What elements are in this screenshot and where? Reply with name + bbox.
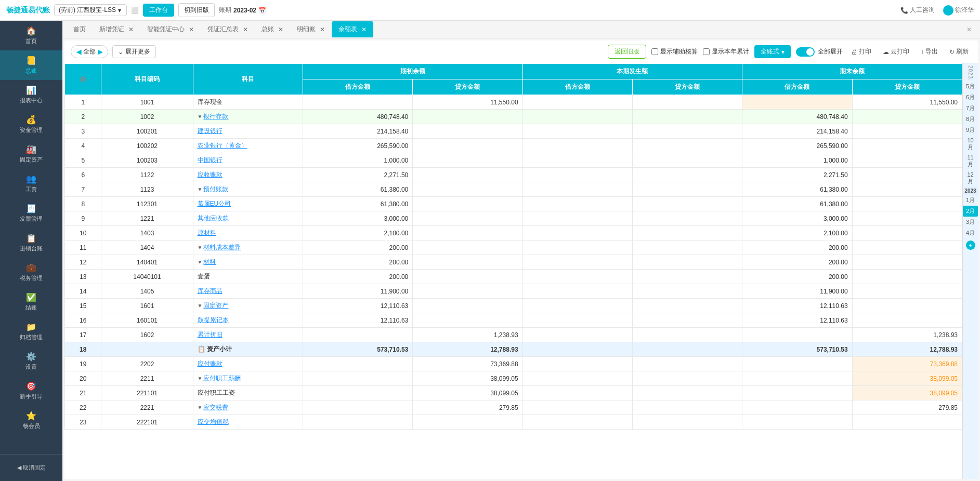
tab-detail-close[interactable]: ✕ (320, 26, 325, 33)
show-aux-input[interactable] (651, 48, 658, 55)
sidebar-item-salary[interactable]: 👥 工资 (0, 169, 62, 198)
row-name[interactable]: ▼应交税费 (193, 400, 303, 415)
month-3[interactable]: 3月 (963, 217, 978, 228)
sidebar-item-closing[interactable]: ✅ 结账 (0, 287, 62, 317)
row-name[interactable]: 应付账款 (193, 357, 303, 371)
settings-icon: ⚙️ (26, 352, 36, 362)
switch-version-button[interactable]: 切到旧版 (178, 3, 215, 17)
row-number: 10 (65, 226, 101, 240)
row-name[interactable]: 原材料 (193, 226, 303, 240)
month-10[interactable]: 10月 (963, 136, 978, 153)
row-name[interactable]: 慕属EU公司 (193, 197, 303, 211)
expand-more-button[interactable]: ⌄ 展开更多 (112, 45, 156, 58)
sidebar-item-funds[interactable]: 💰 资金管理 (0, 110, 62, 139)
sidebar-item-ledger[interactable]: 📒 总账 (0, 50, 62, 80)
row-name[interactable]: 库存商品 (193, 284, 303, 299)
tab-new-voucher-close[interactable]: ✕ (128, 26, 134, 33)
tab-voucher-summary[interactable]: 凭证汇总表 ✕ (201, 21, 255, 37)
sidebar-item-report[interactable]: 📊 报表中心 (0, 80, 62, 110)
sidebar-item-home[interactable]: 🏠 首页 (0, 21, 62, 50)
style-button[interactable]: 全账式 ▾ (754, 45, 791, 58)
month-9[interactable]: 9月 (963, 125, 978, 136)
toolbar-right: 返回旧版 显示辅助核算 显示本年累计 全账式 ▾ (608, 45, 972, 59)
purchase-icon: 📋 (26, 233, 36, 243)
row-name[interactable]: ▼材料成本差异 (193, 240, 303, 255)
row-amount (632, 110, 742, 124)
tab-balance[interactable]: 余额表 ✕ (332, 21, 373, 37)
th-qc-credit: 贷方金额 (413, 79, 522, 95)
row-amount (632, 270, 742, 284)
row-amount (522, 168, 632, 182)
company-selector[interactable]: (劳前) 江西股宝-LSS ▾ (54, 4, 127, 16)
row-amount (632, 400, 742, 415)
calendar-icon[interactable]: 📅 (258, 7, 266, 14)
row-name[interactable]: 累计折旧 (193, 328, 303, 342)
month-4[interactable]: 4月 (963, 228, 978, 238)
export-button[interactable]: ↑ 导出 (918, 46, 941, 58)
sidebar-item-purchase[interactable]: 📋 进销台账 (0, 228, 62, 258)
row-name[interactable]: ▼银行存款 (193, 110, 303, 124)
sidebar-label-invoice: 发票管理 (20, 215, 43, 223)
copy-icon[interactable]: ⬜ (131, 7, 139, 14)
tab-smart-verify-close[interactable]: ✕ (189, 26, 194, 33)
close-all-tabs[interactable]: ✕ (962, 24, 976, 35)
row-name[interactable]: 农业银行（黄金） (193, 139, 303, 153)
row-name[interactable]: 其他应收款 (193, 211, 303, 226)
sidebar-item-tax[interactable]: 💼 税务管理 (0, 258, 62, 287)
sidebar-item-member[interactable]: ⭐ 畅会员 (0, 406, 62, 435)
print-button[interactable]: 🖨 打印 (848, 46, 874, 58)
tab-voucher-summary-close[interactable]: ✕ (243, 26, 248, 33)
tab-detail-label: 明细账 (297, 25, 316, 34)
row-name[interactable]: 中国银行 (193, 153, 303, 168)
tab-ledger-close[interactable]: ✕ (278, 26, 283, 33)
sidebar-item-settings[interactable]: ⚙️ 设置 (0, 346, 62, 376)
table-container[interactable]: ⚙ 科目编码 科目 期初余额 本期发生额 期末余额 借方金额 贷方金额 (64, 63, 962, 479)
month-7[interactable]: 7月 (963, 103, 978, 114)
cloud-print-button[interactable]: ☁ 云打印 (880, 46, 912, 58)
month-8[interactable]: 8月 (963, 114, 978, 125)
month-5[interactable]: 5月 (963, 81, 978, 92)
export-icon: ↑ (921, 48, 924, 56)
row-name[interactable]: 应交增值税 (193, 415, 303, 430)
row-name[interactable]: 鼓提累记本 (193, 313, 303, 328)
show-ytd-input[interactable] (703, 48, 710, 55)
month-6[interactable]: 6月 (963, 92, 978, 103)
row-name[interactable]: ▼固定资产 (193, 299, 303, 313)
month-2[interactable]: 2月 (963, 206, 978, 217)
show-aux-checkbox[interactable]: 显示辅助核算 (651, 47, 698, 56)
row-name[interactable]: 建设银行 (193, 124, 303, 139)
sidebar-item-guide[interactable]: 🎯 新手引导 (0, 376, 62, 406)
th-code: 科目编码 (101, 64, 193, 95)
user-info[interactable]: 徐泽华 (943, 5, 974, 16)
tab-detail[interactable]: 明细账 ✕ (290, 21, 332, 37)
row-amount (742, 371, 852, 386)
month-12[interactable]: 12月 (963, 170, 978, 187)
tab-balance-close[interactable]: ✕ (361, 26, 367, 33)
show-ytd-checkbox[interactable]: 显示本年累计 (703, 47, 749, 56)
refresh-button[interactable]: ↻ 刷新 (946, 46, 972, 58)
row-amount: 480,748.40 (303, 110, 412, 124)
tab-new-voucher[interactable]: 新增凭证 ✕ (93, 21, 140, 37)
tab-smart-verify[interactable]: 智能凭证中心 ✕ (140, 21, 201, 37)
workbench-button[interactable]: 工作台 (143, 4, 174, 17)
expand-all-toggle-switch[interactable] (796, 47, 815, 57)
row-name[interactable]: ▼材料 (193, 255, 303, 270)
sidebar-item-archive[interactable]: 📁 归档管理 (0, 317, 62, 346)
return-old-button[interactable]: 返回旧版 (608, 45, 646, 59)
month-1[interactable]: 1月 (963, 195, 978, 206)
add-period-button[interactable]: + (966, 240, 975, 250)
invoice-icon: 🧾 (26, 204, 36, 213)
filter-all-button[interactable]: ◀ 全部 ▶ (71, 45, 108, 58)
unpin-button[interactable]: ◀ 取消固定 (0, 459, 62, 477)
tab-home[interactable]: 首页 (67, 21, 93, 37)
sidebar-item-assets[interactable]: 🏭 固定资产 (0, 139, 62, 169)
consult-link[interactable]: 📞 人工咨询 (900, 6, 935, 15)
row-amount: 2,271.50 (303, 168, 412, 182)
row-name[interactable]: 应收账款 (193, 168, 303, 182)
tab-ledger[interactable]: 总账 ✕ (255, 21, 290, 37)
row-name[interactable]: ▼应付职工薪酬 (193, 371, 303, 386)
row-name[interactable]: ▼预付账款 (193, 182, 303, 197)
month-11[interactable]: 11月 (963, 153, 978, 170)
table-settings-icon[interactable]: ⚙ (80, 75, 86, 84)
sidebar-item-invoice[interactable]: 🧾 发票管理 (0, 198, 62, 228)
